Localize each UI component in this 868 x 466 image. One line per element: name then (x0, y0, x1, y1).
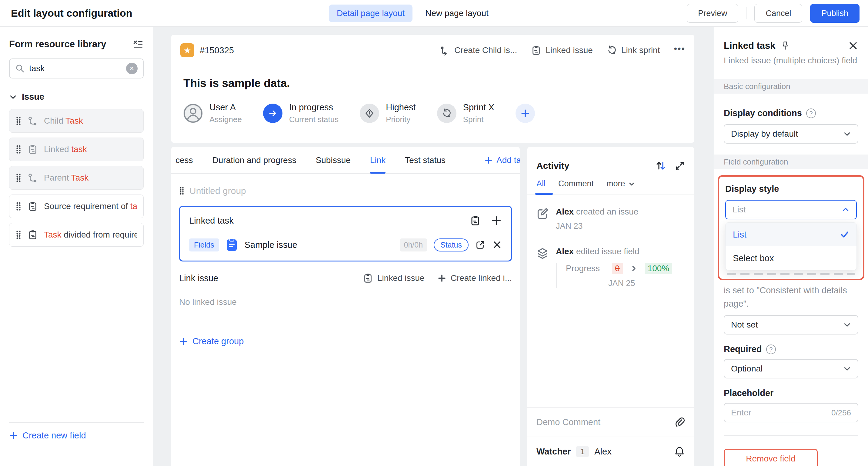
remove-field-x-icon[interactable] (492, 240, 502, 250)
drag-handle-icon[interactable] (16, 230, 22, 240)
library-item-child-task[interactable]: Child Task (9, 109, 144, 133)
topbar-actions: Preview Cancel Publish (687, 0, 860, 27)
create-linked-issue-button[interactable]: Create linked i... (437, 273, 512, 283)
placeholder-input[interactable] (731, 408, 828, 417)
add-tab-button[interactable]: Add tab (484, 155, 520, 165)
sort-order-icon[interactable] (655, 160, 666, 171)
create-child-issue-button[interactable]: Create Child is... (440, 45, 517, 56)
drag-handle-icon[interactable] (16, 145, 22, 154)
display-style-highlight-box: Display style List List Select box (718, 175, 864, 280)
plus-icon[interactable] (491, 215, 502, 226)
preview-button[interactable]: Preview (687, 4, 738, 23)
tab-subissue[interactable]: Subissue (316, 147, 351, 174)
library-item-linked-task[interactable]: Linked task (9, 137, 144, 161)
plus-icon (484, 156, 493, 164)
activity-user[interactable]: Alex (556, 207, 574, 216)
required-select[interactable]: Optional (724, 359, 858, 378)
config-field-subtitle: Linked issue (multiple choices) field (724, 54, 858, 67)
collapse-library-icon[interactable] (132, 38, 144, 50)
priority-value: Highest (386, 102, 415, 113)
sprint-icon (607, 45, 617, 56)
field-library-list: Child Task Linked task Parent Task (9, 109, 144, 247)
tab-test-status[interactable]: Test status (405, 147, 445, 174)
more-actions-icon[interactable]: ••• (674, 44, 685, 56)
display-conditions-select[interactable]: Display by default (724, 124, 858, 144)
clear-search-icon[interactable]: ✕ (126, 63, 137, 74)
sidebar-footer: Create new field (9, 423, 144, 440)
tab-new-page-layout[interactable]: New page layout (417, 4, 496, 22)
chevron-down-icon (843, 130, 851, 138)
tab-all[interactable]: All (536, 179, 546, 188)
linked-task-field-card-selected[interactable]: Linked task Fields Sample issue 0h/0 (179, 206, 512, 261)
open-in-new-icon[interactable] (475, 240, 486, 250)
watcher-count-badge: 1 (576, 446, 589, 457)
linked-issue-icon[interactable] (470, 215, 481, 226)
plus-icon (437, 274, 446, 283)
activity-user[interactable]: Alex (556, 247, 574, 256)
remove-field-button[interactable]: Remove field (724, 449, 818, 466)
tab-comment[interactable]: Comment (558, 179, 594, 188)
new-value: 100% (645, 263, 673, 274)
status-pill[interactable]: Status (434, 239, 469, 251)
issue-group-toggle[interactable]: Issue (9, 92, 144, 102)
priority-field[interactable]: Highest Priority (360, 102, 415, 124)
status-field[interactable]: In progress Current status (263, 102, 339, 124)
library-item-parent-task[interactable]: Parent Task (9, 166, 144, 190)
comment-input[interactable] (536, 417, 674, 427)
add-field-button[interactable] (516, 104, 535, 123)
child-issue-icon (440, 45, 450, 56)
library-search-box[interactable]: ✕ (9, 59, 144, 79)
link-sprint-button[interactable]: Link sprint (607, 45, 660, 56)
pin-icon[interactable] (780, 41, 790, 51)
avatar (183, 104, 203, 123)
create-group-button[interactable]: Create group (179, 336, 512, 346)
activity-panel: Activity All Comment more (527, 147, 694, 466)
tab-link[interactable]: Link (370, 147, 385, 174)
library-item-source-requirement[interactable]: Source requirement of task (9, 194, 144, 218)
sample-issue-name[interactable]: Sample issue (245, 240, 297, 250)
close-icon[interactable] (848, 40, 858, 51)
tab-more[interactable]: more (607, 179, 635, 188)
expand-icon[interactable] (675, 161, 685, 171)
display-style-dropdown: List Select box (725, 222, 857, 270)
search-input[interactable] (29, 64, 122, 73)
sprint-field[interactable]: Sprint X Sprint (437, 102, 494, 124)
layout-tabs: Detail page layout New page layout (329, 0, 496, 27)
old-value: 0 (612, 263, 623, 274)
drag-handle-icon[interactable] (179, 186, 185, 195)
plus-icon (179, 337, 188, 346)
group-name[interactable]: Untitled group (189, 186, 246, 196)
drag-handle-icon[interactable] (16, 201, 22, 211)
linked-issue-button[interactable]: Linked issue (531, 45, 593, 56)
fields-badge: Fields (189, 239, 219, 251)
layers-icon (536, 247, 549, 288)
divider (746, 7, 746, 20)
tab-duration-progress[interactable]: Duration and progress (213, 147, 297, 174)
drag-handle-icon[interactable] (16, 116, 22, 126)
display-style-select[interactable]: List (725, 200, 857, 219)
subtask-icon (28, 173, 38, 183)
cancel-button[interactable]: Cancel (754, 4, 802, 23)
watcher-name[interactable]: Alex (594, 446, 611, 457)
create-new-field-button[interactable]: Create new field (9, 431, 144, 440)
drag-handle-icon[interactable] (16, 173, 22, 183)
help-icon[interactable]: ? (766, 344, 776, 354)
watcher-label: Watcher (536, 446, 571, 457)
option-list[interactable]: List (725, 223, 857, 246)
placeholder-input-wrap: 0/256 (724, 403, 858, 423)
linked-issue-button[interactable]: Linked issue (363, 273, 425, 283)
issue-type-star-icon: ★ (180, 43, 194, 57)
tab-truncated[interactable]: cess (176, 147, 193, 174)
activity-item-created: Alex created an issue JAN 23 (536, 207, 685, 231)
activity-action: created an issue (576, 207, 638, 216)
tab-detail-page-layout[interactable]: Detail page layout (329, 4, 412, 22)
attachment-icon[interactable] (674, 416, 685, 428)
issue-type-icon (226, 238, 238, 251)
not-set-select[interactable]: Not set (724, 315, 858, 335)
assignee-field[interactable]: User A Assignee (183, 102, 242, 124)
option-select-box[interactable]: Select box (725, 246, 857, 270)
help-icon[interactable]: ? (806, 108, 816, 118)
publish-button[interactable]: Publish (810, 4, 860, 23)
bell-icon[interactable] (674, 446, 685, 457)
library-item-task-divided[interactable]: Task divided from require... (9, 223, 144, 247)
